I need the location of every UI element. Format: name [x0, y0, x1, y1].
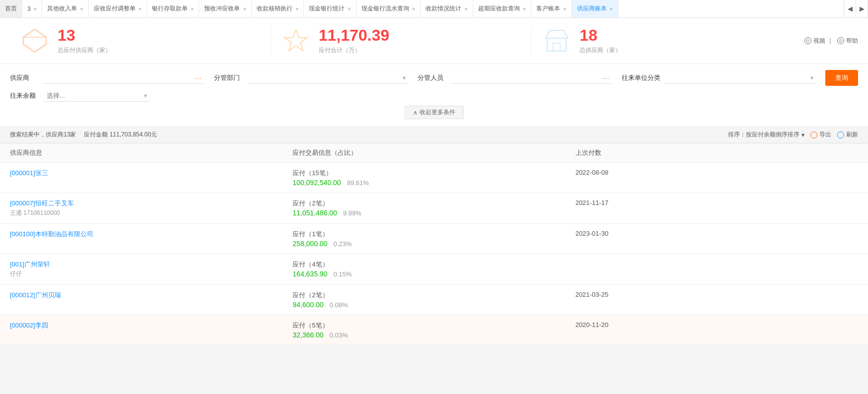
transaction-row-row1: 100,092,540.00 89.61% — [292, 179, 575, 187]
last-payment-row3: 2023-01-30 — [576, 230, 609, 237]
balance-label: 往来余额 — [10, 91, 40, 100]
transaction-cell-row4: 应付（4笔） 164,635.90 0.15% — [292, 260, 575, 278]
transaction-amount-row3[interactable]: 258,000.00 — [292, 240, 327, 248]
svg-line-3 — [35, 29, 46, 37]
supplier-cell-row2: [000007]恒旺二手叉车 王通 17106110000 — [10, 199, 292, 217]
nav-tab-cashbank[interactable]: 现金银行统计× — [304, 0, 356, 17]
summary-section: 13 总应付供应商（家） 11,170.39 应付合计（万） 18 总供应商（家… — [0, 18, 868, 64]
transaction-cell-row5: 应付（2笔） 94,600.00 0.08% — [292, 291, 575, 309]
supplier-link-row3[interactable]: [000100]本特勤油品有限公司 — [10, 230, 93, 238]
nav-tab-adjustment[interactable]: 应收应付调整单× — [89, 0, 147, 17]
nav-tab-close-recvstat[interactable]: × — [464, 6, 467, 12]
chevron-up-icon: ∧ — [413, 109, 418, 116]
transaction-amount-row1[interactable]: 100,092,540.00 — [292, 179, 341, 187]
nav-tab-close-prepay[interactable]: × — [243, 6, 246, 12]
transaction-amount-row6[interactable]: 32,366.00 — [292, 331, 323, 339]
svg-marker-4 — [285, 30, 307, 51]
circle-icon: ⊙ — [804, 37, 811, 44]
nav-tab-recvstat[interactable]: 收款情况统计× — [421, 0, 473, 17]
refresh-button[interactable]: 刷新 — [837, 131, 858, 139]
transaction-label-row2: 应付（2笔） — [292, 199, 575, 208]
category-input[interactable] — [664, 72, 816, 83]
nav-tab-customer[interactable]: 客户账本× — [531, 0, 572, 17]
transaction-pct-row5: 0.08% — [330, 301, 348, 309]
supplier-link-row4[interactable]: [001]广州荣轩 — [10, 261, 50, 268]
svg-line-2 — [23, 29, 35, 37]
summary-content-payable-amount: 11,170.39 应付合计（万） — [319, 27, 389, 55]
transaction-amount-row5[interactable]: 94,600.00 — [292, 301, 323, 309]
transaction-amount-row4[interactable]: 164,635.90 — [292, 270, 327, 278]
nav-tab-close-tab3[interactable]: × — [34, 6, 37, 12]
nav-tab-label: 现金银行统计 — [309, 4, 345, 13]
nav-tab-close-supplier[interactable]: × — [610, 6, 613, 12]
transaction-label-row1: 应付（15笔） — [292, 169, 575, 178]
nav-tab-label: 收款核销执行 — [257, 4, 292, 13]
person-input[interactable] — [451, 72, 612, 83]
nav-tab-close-income[interactable]: × — [80, 6, 83, 12]
transaction-pct-row4: 0.15% — [333, 270, 352, 278]
nav-next-button[interactable]: ▶ — [856, 0, 868, 18]
nav-tab-cashflow[interactable]: 现金银行流水查询× — [357, 0, 421, 17]
balance-input[interactable] — [44, 90, 149, 101]
nav-tab-prepay[interactable]: 预收冲应收单× — [199, 0, 251, 17]
last-payment-row1: 2022-08-08 — [576, 169, 609, 176]
category-chevron-icon: ▾ — [810, 74, 813, 81]
nav-tab-supplier[interactable]: 供应商账本× — [572, 0, 618, 17]
supplier-link-row5[interactable]: [000012]广州贝瑞 — [10, 291, 61, 299]
supplier-dots-icon[interactable]: ··· — [195, 74, 202, 82]
nav-tab-label: 预收冲应收单 — [204, 4, 240, 13]
lastpay-cell-row5: 2021-03-25 — [576, 291, 858, 298]
collapse-label: 收起更多条件 — [420, 108, 455, 117]
nav-tab-verify[interactable]: 收款核销执行× — [252, 0, 304, 17]
sort-selector[interactable]: 排序：按应付余额倒序排序 ▾ — [728, 131, 804, 139]
lastpay-cell-row1: 2022-08-08 — [576, 169, 858, 176]
nav-tab-close-cashbank[interactable]: × — [348, 6, 351, 12]
nav-tab-close-customer[interactable]: × — [563, 6, 566, 12]
export-icon — [810, 131, 817, 138]
nav-tab-label: 应收应付调整单 — [94, 4, 136, 13]
supplier-link-row1[interactable]: [000001]张三 — [10, 169, 48, 177]
nav-tab-close-adjustment[interactable]: × — [139, 6, 142, 12]
table-header: 供应商信息 应付交易信息（占比） 上次付数 — [0, 143, 868, 163]
supplier-link-row6[interactable]: [000002]李四 — [10, 322, 48, 329]
supplier-cell-row3: [000100]本特勤油品有限公司 — [10, 230, 292, 239]
supplier-link-row2[interactable]: [000007]恒旺二手叉车 — [10, 199, 74, 207]
nav-tab-home[interactable]: 首页 — [0, 0, 22, 17]
export-button[interactable]: 导出 — [810, 131, 831, 139]
nav-prev-button[interactable]: ◀ — [844, 0, 856, 18]
nav-tab-close-verify[interactable]: × — [295, 6, 298, 12]
nav-tab-close-bank[interactable]: × — [191, 6, 194, 12]
nav-tab-bank[interactable]: 银行存取款单× — [147, 0, 199, 17]
video-link[interactable]: 视频 — [813, 37, 825, 45]
table-row: [000100]本特勤油品有限公司 应付（1笔） 258,000.00 0.23… — [0, 224, 868, 254]
nav-tab-close-cashflow[interactable]: × — [412, 6, 415, 12]
dept-input[interactable] — [248, 72, 408, 83]
transaction-row-row5: 94,600.00 0.08% — [292, 301, 575, 309]
category-select-wrap: ▾ — [664, 72, 816, 84]
person-input-wrap: ··· — [451, 72, 612, 84]
query-button[interactable]: 查询 — [825, 70, 858, 86]
circle-icon2: ⊙ — [837, 37, 844, 44]
nav-tab-close-overdue[interactable]: × — [523, 6, 526, 12]
transaction-amount-row2[interactable]: 11,051,486.00 — [292, 209, 337, 217]
supplier-cell-row6: [000002]李四 — [10, 321, 292, 330]
supplier-input[interactable] — [44, 72, 204, 83]
transaction-cell-row3: 应付（1笔） 258,000.00 0.23% — [292, 230, 575, 248]
collapse-button[interactable]: ∧ 收起更多条件 — [405, 106, 464, 119]
filter-supplier: 供应商 ··· — [10, 72, 204, 84]
dept-chevron-icon: ▾ — [403, 74, 406, 81]
nav-tab-label: 客户账本 — [536, 4, 560, 13]
nav-tab-income[interactable]: 其他收入单× — [42, 0, 88, 17]
balance-chevron-icon: ▾ — [144, 92, 147, 99]
nav-tab-overdue[interactable]: 超期应收款查询× — [473, 0, 531, 17]
nav-tab-tab3[interactable]: 3× — [22, 0, 42, 17]
transaction-cell-row2: 应付（2笔） 11,051,486.00 9.89% — [292, 199, 575, 217]
result-bar: 搜索结果中，供应商13家 应付金额 111,703,854.00元 排序：按应付… — [0, 127, 868, 143]
supplier-cell-row1: [000001]张三 — [10, 169, 292, 178]
supplier-cell-row5: [000012]广州贝瑞 — [10, 291, 292, 300]
transaction-cell-row6: 应付（5笔） 32,366.00 0.03% — [292, 321, 575, 339]
summary-card-payable-suppliers: 13 总应付供应商（家） — [10, 26, 271, 56]
table-row: [000012]广州贝瑞 应付（2笔） 94,600.00 0.08% 2021… — [0, 285, 868, 315]
help-link[interactable]: 帮助 — [846, 37, 858, 45]
person-dots-icon[interactable]: ··· — [602, 74, 610, 82]
